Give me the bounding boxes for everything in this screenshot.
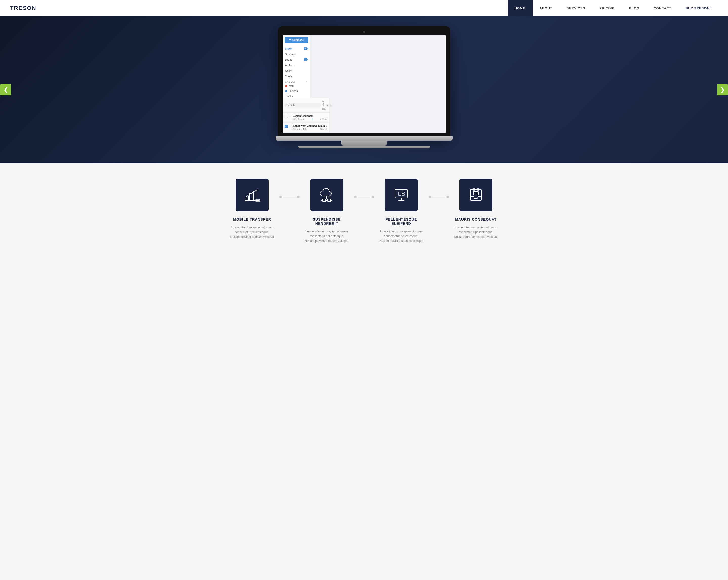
star-icon[interactable]: ☆ [289,125,291,128]
email-item-mobile-project[interactable]: ★ Mobile app project inquiry Serge Vasil… [283,133,329,133]
email-checkbox[interactable] [285,115,288,118]
sidebar-item-spam[interactable]: Spam [283,68,310,74]
sidebar-item-drafts[interactable]: Drafts 2 [283,57,310,62]
features-section: MOBILE TRANSFER Fusce interdum sapien ut… [0,163,728,259]
compose-label: Compose [292,39,304,42]
email-checkbox[interactable]: ✓ [285,125,288,128]
work-dot [285,85,287,87]
compose-button[interactable]: ✏ Compose [285,37,308,43]
connector-dot-4 [372,196,374,198]
connector-line-1 [282,197,297,197]
chevron-right-icon: ❯ [721,87,725,93]
feature-icon-box-4 [460,179,492,211]
carousel-prev-button[interactable]: ❮ [0,84,11,95]
email-body: Is that what you had in min... Catherine… [292,125,327,130]
sidebar-drafts-label: Drafts [285,58,292,61]
laptop-stand [341,140,387,146]
email-sender: Catherine Tate [292,128,307,130]
connector-dot-2 [297,196,300,198]
nav-about[interactable]: ABOUT [532,0,560,16]
nav-blog[interactable]: BLOG [622,0,647,16]
sidebar-item-sent[interactable]: Sent mail [283,51,310,57]
compose-icon: ✏ [289,38,291,42]
search-input[interactable] [285,103,321,107]
labels-section-label: LABELS [285,81,296,83]
email-body: Design feedback Jack Jones 📎 4:30pm [292,114,327,120]
email-date: Nov 10 [320,128,327,130]
connector-dot-3 [354,196,357,198]
email-item-design-feedback[interactable]: ☆ Design feedback Jack Jones 📎 4:30pm [283,112,329,123]
connector-dot-5 [428,196,431,198]
prev-page-button[interactable]: ‹ [326,104,329,107]
svg-rect-14 [395,189,407,198]
label-personal[interactable]: Personal [283,88,310,93]
mail-app: ✏ Compose Inbox 3 Sent mail Drafts 2 [283,35,446,133]
feature-icon-box-2 [310,179,343,211]
connector-line-2 [357,197,372,197]
label-more-text: + More [285,94,293,97]
sidebar-archive-label: Archive [285,64,294,67]
feature-suspendisse: SUSPENDISSE HENDRERIT Fusce interdum sap… [300,179,354,244]
connector-2 [354,196,374,198]
feature-desc-1: Fusce interdum sapien ut quam consectetu… [230,225,275,240]
navbar: TRESON HOME ABOUT SERVICES PRICING BLOG … [0,0,728,16]
feature-title-2: SUSPENDISSE HENDRERIT [305,217,349,226]
labels-plus-icon: + [306,81,308,83]
personal-dot [285,90,287,92]
sidebar-spam-label: Spam [285,69,292,72]
svg-rect-1 [250,194,252,200]
list-nav: 1-24 of 112 ‹ › [322,100,333,110]
label-more[interactable]: + More [283,93,310,98]
nav-contact[interactable]: CONTACT [647,0,678,16]
chevron-left-icon: ❮ [3,87,8,93]
label-personal-text: Personal [288,89,298,92]
email-sender: Jack Jones [292,118,304,120]
email-subject: Is that what you had in min... [292,125,327,127]
monitor-icon [394,187,409,203]
email-subject: Design feedback [292,114,327,117]
email-meta: Jack Jones 📎 4:30pm [292,118,327,120]
laptop-camera [363,31,365,33]
connector-3 [428,196,449,198]
email-meta: Catherine Tate Nov 10 [292,128,327,130]
sidebar-item-trash[interactable]: Trash [283,74,310,79]
inbox-icon [468,187,484,203]
sidebar-sent-label: Sent mail [285,53,296,56]
star-icon[interactable]: ☆ [289,115,291,117]
email-list: 1-24 of 112 ‹ › ☆ Design feedback [283,98,330,133]
feature-icon-box-3 [385,179,418,211]
nav-services[interactable]: SERVICES [560,0,593,16]
feature-pellentesque: PELLENTESQUE ELEIFEND Fusce interdum sap… [374,179,428,244]
carousel-next-button[interactable]: ❯ [717,84,728,95]
feature-desc-3: Fusce interdum sapien ut quam consectetu… [379,229,423,244]
label-work[interactable]: Work [283,84,310,88]
feature-desc-2: Fusce interdum sapien ut quam consectetu… [305,229,349,244]
feature-icon-box-1 [236,179,268,211]
laptop-screen-outer: ✏ Compose Inbox 3 Sent mail Drafts 2 [278,26,450,136]
nav-home[interactable]: HOME [508,0,532,16]
sidebar-inbox-label: Inbox [285,47,292,50]
laptop-mockup: ✏ Compose Inbox 3 Sent mail Drafts 2 [278,26,450,148]
hero-content: ✏ Compose Inbox 3 Sent mail Drafts 2 [278,26,450,148]
drafts-badge: 2 [304,58,308,61]
hero-section: ❮ ✏ Compose Inbox 3 [0,16,728,163]
logo: TRESON [10,5,36,11]
connector-dot-1 [280,196,282,198]
email-date: 4:30pm [320,118,327,120]
nav-buy[interactable]: BUY TRESON! [678,0,718,16]
feature-title-3: PELLENTESQUE ELEIFEND [379,217,423,226]
connector-dot-6 [446,196,449,198]
next-page-button[interactable]: › [330,104,332,107]
svg-rect-19 [402,194,404,195]
features-row: MOBILE TRANSFER Fusce interdum sapien ut… [225,179,503,244]
nav-pricing[interactable]: PRICING [592,0,622,16]
email-item-what-had[interactable]: ✓ ☆ Is that what you had in min... Cathe… [283,123,329,133]
connector-line-3 [431,197,446,197]
svg-rect-17 [398,192,401,195]
svg-rect-18 [402,192,404,193]
sidebar-item-inbox[interactable]: Inbox 3 [283,46,310,51]
laptop-base [276,136,452,140]
label-work-text: Work [288,85,294,87]
feature-desc-4: Fusce interdum sapien ut quam consectetu… [454,225,498,240]
sidebar-item-archive[interactable]: Archive [283,62,310,68]
